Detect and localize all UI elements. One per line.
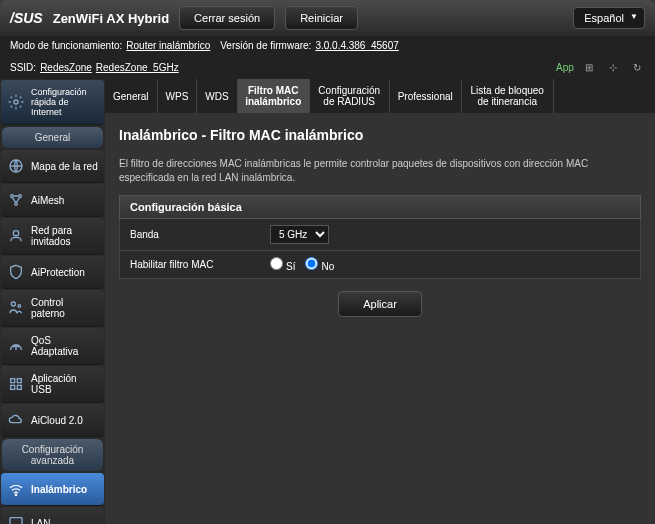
sidebar-item-label: QoS Adaptativa — [31, 335, 98, 357]
sidebar-item-qos[interactable]: QoS Adaptativa — [1, 328, 104, 365]
radio-yes-label[interactable]: Sí — [270, 257, 295, 272]
sidebar-item-wireless[interactable]: Inalámbrico — [1, 473, 104, 506]
sidebar-item-network-map[interactable]: Mapa de la red — [1, 150, 104, 183]
tab-professional[interactable]: Professional — [390, 79, 462, 113]
ssid-label: SSID: — [10, 62, 36, 73]
sidebar-general-header: General — [2, 127, 103, 148]
quick-setup-item[interactable]: Configuraciónrápida de Internet — [1, 80, 104, 125]
aimesh-icon — [7, 191, 25, 209]
mode-label: Modo de funcionamiento: — [10, 40, 122, 51]
sidebar-item-label: Inalámbrico — [31, 484, 87, 495]
sidebar-item-label: Red para invitados — [31, 225, 98, 247]
svg-point-0 — [14, 100, 18, 104]
svg-point-12 — [15, 494, 16, 495]
sidebar-item-guest[interactable]: Red para invitados — [1, 218, 104, 255]
radio-yes[interactable] — [270, 257, 283, 270]
quick-setup-label: Configuraciónrápida de Internet — [31, 87, 98, 117]
enable-label: Habilitar filtro MAC — [130, 259, 270, 270]
band-label: Banda — [130, 229, 270, 240]
header-bar: /SUS ZenWiFi AX Hybrid Cerrar sesión Rei… — [0, 0, 655, 36]
svg-point-2 — [11, 195, 14, 198]
sidebar-item-label: Mapa de la red — [31, 161, 98, 172]
language-label: Español — [584, 12, 624, 24]
sidebar: Configuraciónrápida de Internet General … — [0, 79, 105, 524]
reboot-button[interactable]: Reiniciar — [285, 6, 358, 30]
svg-point-4 — [15, 203, 18, 206]
language-select[interactable]: Español — [573, 7, 645, 29]
sidebar-item-label: Control paterno — [31, 297, 98, 319]
svg-rect-9 — [17, 379, 21, 383]
tab-roaming-block[interactable]: Lista de bloqueo de itinerancia — [462, 79, 554, 113]
sidebar-item-aimesh[interactable]: AiMesh — [1, 184, 104, 217]
tab-bar: General WPS WDS Filtro MAC inalámbrico C… — [105, 79, 655, 113]
tab-radius[interactable]: Configuración de RADIUS — [310, 79, 390, 113]
sidebar-item-label: Aplicación USB — [31, 373, 98, 395]
usb-icon[interactable]: ⊹ — [605, 59, 621, 75]
svg-rect-11 — [17, 385, 21, 389]
tab-mac-filter[interactable]: Filtro MAC inalámbrico — [238, 79, 310, 113]
svg-point-7 — [18, 305, 21, 308]
tab-general[interactable]: General — [105, 79, 158, 113]
asus-logo: /SUS — [10, 10, 43, 26]
ssid-2-link[interactable]: RedesZone_5GHz — [96, 62, 179, 73]
gear-icon — [7, 93, 25, 111]
svg-point-5 — [13, 231, 18, 236]
mode-link[interactable]: Router inalámbrico — [126, 40, 210, 51]
guest-icon — [7, 227, 25, 245]
sidebar-item-label: AiCloud 2.0 — [31, 415, 83, 426]
ssid-1-link[interactable]: RedesZone — [40, 62, 92, 73]
sidebar-item-label: LAN — [31, 518, 50, 525]
sidebar-item-label: AiProtection — [31, 267, 85, 278]
svg-rect-8 — [11, 379, 15, 383]
product-name: ZenWiFi AX Hybrid — [53, 11, 169, 26]
aimesh-icon[interactable]: ⊞ — [581, 59, 597, 75]
main-content: General WPS WDS Filtro MAC inalámbrico C… — [105, 79, 655, 524]
logout-button[interactable]: Cerrar sesión — [179, 6, 275, 30]
shield-icon — [7, 263, 25, 281]
tab-wds[interactable]: WDS — [197, 79, 237, 113]
parental-icon — [7, 299, 25, 317]
svg-rect-13 — [10, 518, 22, 524]
section-header: Configuración básica — [119, 195, 641, 219]
usb-app-icon — [7, 375, 25, 393]
cloud-icon — [7, 411, 25, 429]
radio-no-label[interactable]: No — [305, 257, 334, 272]
svg-rect-10 — [11, 385, 15, 389]
qos-icon — [7, 337, 25, 355]
sidebar-item-label: AiMesh — [31, 195, 64, 206]
app-link[interactable]: App — [557, 59, 573, 75]
fw-label: Versión de firmware: — [220, 40, 311, 51]
band-row: Banda 5 GHz — [119, 219, 641, 251]
enable-row: Habilitar filtro MAC Sí No — [119, 251, 641, 279]
svg-point-3 — [19, 195, 22, 198]
apply-button[interactable]: Aplicar — [338, 291, 422, 317]
page-title: Inalámbrico - Filtro MAC inalámbrico — [119, 127, 641, 143]
network-map-icon — [7, 157, 25, 175]
band-select[interactable]: 5 GHz — [270, 225, 329, 244]
info-icons: App ⊞ ⊹ ↻ — [557, 59, 645, 75]
page-description: El filtro de direcciones MAC inalámbrica… — [119, 157, 641, 185]
radio-no[interactable] — [305, 257, 318, 270]
svg-point-6 — [11, 302, 15, 306]
sidebar-item-parental[interactable]: Control paterno — [1, 290, 104, 327]
sidebar-item-lan[interactable]: LAN — [1, 507, 104, 524]
sidebar-item-usb[interactable]: Aplicación USB — [1, 366, 104, 403]
refresh-icon[interactable]: ↻ — [629, 59, 645, 75]
lan-icon — [7, 514, 25, 524]
sidebar-item-aicloud[interactable]: AiCloud 2.0 — [1, 404, 104, 437]
tab-wps[interactable]: WPS — [158, 79, 198, 113]
fw-link[interactable]: 3.0.0.4.386_45607 — [315, 40, 398, 51]
sidebar-advanced-header: Configuración avanzada — [2, 439, 103, 471]
wifi-icon — [7, 480, 25, 498]
info-bar: Modo de funcionamiento: Router inalámbri… — [0, 36, 655, 79]
sidebar-item-aiprotection[interactable]: AiProtection — [1, 256, 104, 289]
